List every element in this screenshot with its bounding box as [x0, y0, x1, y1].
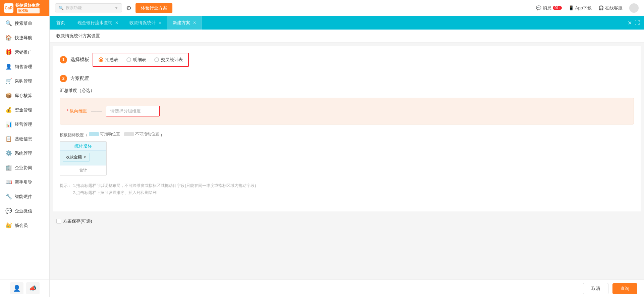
- notification-item[interactable]: 💬 消息 99+: [536, 5, 562, 11]
- user-icon: 👤: [5, 63, 12, 70]
- search-icon: 🔍: [5, 20, 12, 27]
- arrow-icon: ——: [91, 108, 102, 114]
- window-expand-btn[interactable]: ⛶: [635, 20, 640, 26]
- sidebar-item-member[interactable]: 👑 畅会员: [0, 218, 49, 233]
- tip-line1: 提示： 1.拖动标题栏可以调整布局，不可跨维度或指标区域拖动目字段(只能在同一维…: [60, 182, 634, 190]
- tab-new-plan[interactable]: 新建方案 ✕: [167, 16, 202, 30]
- indicators-header-suffix: ）: [160, 133, 164, 137]
- tab-close-new-plan[interactable]: ✕: [193, 20, 196, 25]
- cart-icon: 🛒: [5, 78, 12, 84]
- step2-title: 方案配置: [70, 76, 89, 82]
- step2-section: 2 方案配置 汇总维度（必选） * 纵向维度 ——: [60, 75, 634, 197]
- industry-btn[interactable]: 体验行业方案: [136, 3, 172, 13]
- tip-line2: 2.点击标题栏下拉可设置排序、插入列和删除列: [60, 189, 634, 197]
- gift-icon: 🎁: [5, 49, 12, 55]
- tab-label: 现金银行流水查询: [77, 20, 112, 26]
- sidebar-item-collab[interactable]: 🏢 企业协同: [0, 160, 49, 175]
- legend-non-draggable: 不可拖动位置: [124, 131, 159, 137]
- service-item[interactable]: 🎧 在线客服: [598, 5, 623, 11]
- sub-indicator-total: 合计: [60, 165, 106, 175]
- indicators-header-pre: 模板指标设定（: [60, 133, 88, 137]
- sidebar-item-sales[interactable]: 👤 销售管理: [0, 59, 49, 74]
- gear-icon: ⚙️: [5, 150, 12, 156]
- save-checkbox[interactable]: [56, 219, 61, 224]
- radio-label-crosstab: 交叉统计表: [161, 57, 183, 63]
- sidebar-item-search[interactable]: 🔍 搜索菜单: [0, 16, 49, 31]
- topbar: 🔍 搜索功能 ▼ ⚙ 体验行业方案 💬 消息 99+ 📱 App下载 🎧 在线客…: [50, 0, 644, 16]
- sidebar-item-guide[interactable]: 📖 新手引导: [0, 175, 49, 189]
- legend-non-draggable-label: 不可拖动位置: [135, 131, 159, 137]
- radio-summary[interactable]: 汇总表: [99, 57, 118, 63]
- sidebar-item-label: 企业微信: [15, 208, 32, 214]
- tab-receipts[interactable]: 收款情况统计 ✕: [124, 16, 167, 30]
- sidebar-item-system[interactable]: ⚙️ 系统管理: [0, 146, 49, 160]
- chart-icon: 📊: [5, 121, 12, 128]
- dimension-select[interactable]: 请选择分组维度: [106, 106, 160, 116]
- sidebar-item-inventory[interactable]: 📦 库存核算: [0, 88, 49, 103]
- sidebar-footer-btn2[interactable]: 📣: [26, 282, 40, 294]
- settings-icon[interactable]: ⚙: [126, 4, 131, 12]
- user-avatar[interactable]: [629, 3, 639, 13]
- indicators-header: 模板指标设定（ 可拖动位置 不可拖动位置 ）: [60, 131, 634, 138]
- sidebar-item-hardware[interactable]: 🔧 智能硬件: [0, 189, 49, 204]
- tool-icon: 🔧: [5, 193, 12, 200]
- indicator-tag-amount[interactable]: 收款金额 ▼: [63, 153, 90, 162]
- step1-title: 选择模板: [70, 57, 89, 63]
- dimension-placeholder: 请选择分组维度: [110, 108, 141, 113]
- sidebar-logo: CaR 畅捷通好生意 标准版: [0, 0, 49, 16]
- sidebar-item-finance[interactable]: 💰 资金管理: [0, 103, 49, 117]
- sidebar-item-nav[interactable]: 🏠 快捷导航: [0, 31, 49, 45]
- sidebar-item-label: 智能硬件: [15, 194, 32, 200]
- notification-label: 消息: [543, 5, 551, 11]
- crown-icon: 👑: [5, 222, 12, 229]
- message-icon: 💬: [536, 5, 541, 10]
- tab-home[interactable]: 首页: [50, 16, 72, 30]
- sidebar-footer-btn1[interactable]: 👤: [10, 282, 23, 294]
- step1-badge: 1: [60, 56, 67, 63]
- window-close-btn[interactable]: ✕: [628, 20, 632, 26]
- sidebar-item-label: 企业协同: [15, 165, 32, 171]
- tab-cashflow[interactable]: 现金银行流水查询 ✕: [72, 16, 124, 30]
- sidebar-item-basics[interactable]: 📋 基础信息: [0, 132, 49, 146]
- download-item[interactable]: 📱 App下载: [569, 5, 592, 11]
- sidebar-item-label: 新手引导: [15, 179, 32, 185]
- sidebar-item-wechat[interactable]: 💬 企业微信: [0, 204, 49, 218]
- home-icon: 🏠: [5, 35, 12, 41]
- query-button[interactable]: 查询: [612, 283, 637, 294]
- building-icon: 🏢: [5, 164, 12, 171]
- form-container: 1 选择模板 汇总表 明细表 交叉统计表: [53, 46, 641, 211]
- radio-label-detail: 明细表: [133, 57, 146, 63]
- sidebar-item-label: 资金管理: [15, 107, 32, 113]
- topbar-search-box[interactable]: 🔍 搜索功能 ▼: [55, 3, 122, 12]
- sidebar-item-purchase[interactable]: 🛒 采购管理: [0, 74, 49, 88]
- sidebar-item-operations[interactable]: 📊 经营管理: [0, 117, 49, 132]
- tabbar-actions: ✕ ⛶: [628, 20, 644, 26]
- sidebar-item-label: 采购管理: [15, 78, 32, 84]
- search-icon: 🔍: [59, 6, 64, 10]
- radio-crosstab[interactable]: 交叉统计表: [154, 57, 183, 63]
- dimension-config: 汇总维度（必选） * 纵向维度 —— 请选择分组维度: [60, 88, 634, 125]
- service-label: 在线客服: [605, 5, 623, 11]
- sidebar-item-label: 搜索菜单: [15, 20, 32, 27]
- tab-close-receipts[interactable]: ✕: [158, 20, 162, 25]
- content-area: 收款情况统计方案设置 1 选择模板 汇总表 明细表: [50, 30, 644, 280]
- tab-label: 收款情况统计: [129, 20, 156, 26]
- radio-detail[interactable]: 明细表: [126, 57, 146, 63]
- logo-abbr: CaR: [5, 6, 13, 10]
- indicators-section: 模板指标设定（ 可拖动位置 不可拖动位置 ）: [60, 131, 634, 176]
- sidebar-item-marketing[interactable]: 🎁 营销推广: [0, 45, 49, 59]
- save-label: 方案保存(可选): [63, 218, 92, 224]
- indicator-tag-row: 收款金额 ▼: [60, 151, 106, 165]
- tab-close-cashflow[interactable]: ✕: [115, 20, 118, 25]
- cancel-button[interactable]: 取消: [583, 283, 608, 294]
- tips-section: 提示： 1.拖动标题栏可以调整布局，不可跨维度或指标区域拖动目字段(只能在同一维…: [60, 182, 634, 197]
- book-icon: 📖: [5, 179, 12, 185]
- indicators-table: 统计指标 收款金额 ▼ 合计: [60, 141, 107, 176]
- step1-section: 1 选择模板 汇总表 明细表 交叉统计表: [60, 53, 634, 67]
- chevron-down-icon: ▼: [83, 155, 87, 159]
- sidebar: CaR 畅捷通好生意 标准版 🔍 搜索菜单 🏠 快捷导航 🎁 营销推广 👤 销售…: [0, 0, 50, 297]
- step2-header: 2 方案配置: [60, 75, 634, 82]
- dimension-area: * 纵向维度 —— 请选择分组维度: [60, 98, 634, 125]
- download-icon: 📱: [569, 5, 574, 10]
- dimension-required-mark: * 纵向维度: [67, 108, 87, 114]
